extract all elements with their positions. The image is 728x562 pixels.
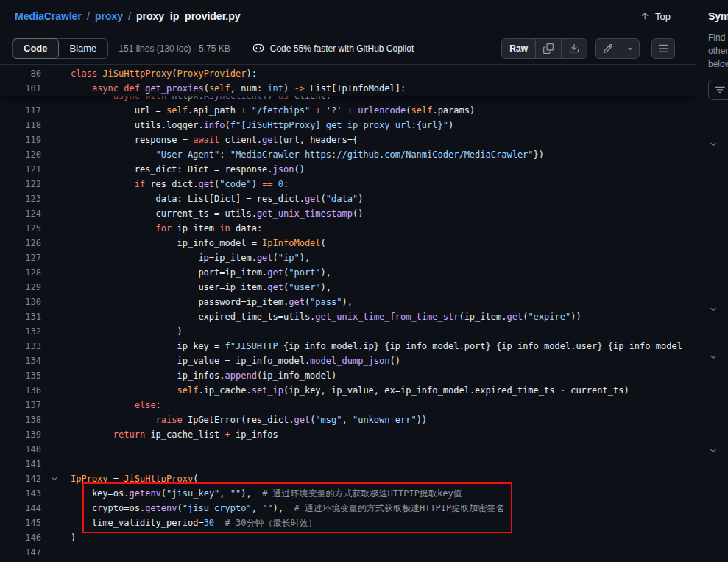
code-line-146: 146) bbox=[0, 530, 696, 545]
line-number[interactable]: 138 bbox=[0, 412, 41, 427]
line-number[interactable]: 101 bbox=[0, 81, 41, 96]
fold-gutter bbox=[41, 118, 71, 133]
fold-gutter bbox=[41, 265, 71, 280]
symbols-panel-caption: Find definitions and references for func… bbox=[708, 31, 728, 71]
symbol-tree-toggle[interactable] bbox=[709, 443, 728, 458]
code-line-137: 137 else: bbox=[0, 398, 696, 412]
line-number[interactable]: 124 bbox=[0, 206, 41, 221]
fold-gutter bbox=[41, 354, 71, 368]
filter-icon bbox=[715, 85, 725, 95]
fold-chevron-icon[interactable] bbox=[41, 471, 71, 486]
line-number[interactable]: 142 bbox=[0, 471, 41, 486]
line-number[interactable]: 146 bbox=[0, 530, 41, 545]
breadcrumb-folder-link[interactable]: proxy bbox=[95, 10, 123, 22]
line-number[interactable]: 120 bbox=[0, 147, 41, 162]
code-line-131: 131 expired_time_ts=utils.get_unix_time_… bbox=[0, 309, 696, 324]
download-button[interactable] bbox=[561, 39, 587, 58]
code-line-116: async with httpx.AsyncClient() as client… bbox=[0, 96, 696, 103]
line-number[interactable]: 141 bbox=[0, 457, 41, 471]
breadcrumb: MediaCrawler / proxy / proxy_ip_provider… bbox=[15, 10, 241, 22]
symbol-tree-toggle[interactable] bbox=[709, 137, 728, 152]
line-number[interactable]: 125 bbox=[0, 221, 41, 236]
line-number[interactable]: 145 bbox=[0, 516, 41, 530]
line-number[interactable]: 143 bbox=[0, 486, 41, 501]
code-line-139: 139 return ip_cache_list + ip_infos bbox=[0, 427, 696, 442]
line-number[interactable]: 135 bbox=[0, 368, 41, 383]
code-line-134: 134 ip_value = ip_info_model.model_dump_… bbox=[0, 354, 696, 368]
line-number[interactable]: 147 bbox=[0, 545, 41, 560]
code-text: user=ip_item.get("user"), bbox=[71, 280, 331, 295]
symbol-tree-toggle[interactable] bbox=[709, 350, 728, 365]
code-line-147: 147 bbox=[0, 545, 696, 560]
code-text: time_validity_period=30 # 30分钟（最长时效） bbox=[71, 516, 317, 530]
line-number[interactable]: 131 bbox=[0, 309, 41, 324]
code-line-143: 143 key=os.getenv("jisu_key", ""), # 通过环… bbox=[0, 486, 696, 501]
chevron-down-icon bbox=[709, 353, 718, 362]
code-line-133: 133 ip_key = f"JISUHTTP_{ip_info_model.i… bbox=[0, 339, 696, 354]
fold-gutter bbox=[41, 96, 71, 103]
line-number[interactable]: 137 bbox=[0, 398, 41, 412]
line-number[interactable]: 139 bbox=[0, 427, 41, 442]
sticky-scope-lines: 80class JiSuHttpProxy(ProxyProvider):101… bbox=[0, 65, 696, 96]
copilot-banner[interactable]: Code 55% faster with GitHub Copilot bbox=[252, 43, 414, 55]
code-text: async with httpx.AsyncClient() as client… bbox=[71, 96, 331, 103]
raw-button[interactable]: Raw bbox=[502, 39, 535, 58]
file-toolbar: Code Blame 151 lines (130 loc) · 5.75 KB… bbox=[0, 32, 696, 65]
symbol-tree-toggle[interactable] bbox=[709, 302, 728, 317]
line-number[interactable]: 134 bbox=[0, 354, 41, 368]
tab-blame[interactable]: Blame bbox=[59, 38, 108, 59]
code-line-122: 122 if res_dict.get("code") == 0: bbox=[0, 177, 696, 192]
edit-dropdown-button[interactable] bbox=[621, 39, 639, 58]
line-number[interactable]: 80 bbox=[0, 66, 41, 81]
copy-button[interactable] bbox=[535, 39, 561, 58]
filter-symbols-input[interactable] bbox=[708, 80, 728, 100]
fold-gutter bbox=[41, 250, 71, 265]
line-number[interactable]: 118 bbox=[0, 118, 41, 133]
code-line-117: 117 url = self.api_path + "/fetchips" + … bbox=[0, 103, 696, 118]
line-number[interactable]: 122 bbox=[0, 177, 41, 192]
line-number[interactable]: 126 bbox=[0, 236, 41, 250]
back-to-top-button[interactable]: Top bbox=[640, 11, 671, 22]
fold-gutter bbox=[41, 66, 71, 81]
line-number[interactable]: 123 bbox=[0, 192, 41, 206]
line-number[interactable]: 127 bbox=[0, 250, 41, 265]
fold-gutter bbox=[41, 206, 71, 221]
breadcrumb-file-name: proxy_ip_provider.py bbox=[136, 10, 241, 22]
fold-gutter bbox=[41, 147, 71, 162]
line-number[interactable]: 140 bbox=[0, 442, 41, 457]
line-number[interactable]: 121 bbox=[0, 162, 41, 177]
line-number[interactable]: 119 bbox=[0, 133, 41, 147]
code-text: class JiSuHttpProxy(ProxyProvider): bbox=[71, 66, 257, 81]
code-line-128: 128 port=ip_item.get("port"), bbox=[0, 265, 696, 280]
code-text: url = self.api_path + "/fetchips" + '?' … bbox=[71, 103, 475, 118]
code-text: ip_key = f"JISUHTTP_{ip_info_model.ip}_{… bbox=[71, 339, 682, 354]
line-number[interactable]: 117 bbox=[0, 103, 41, 118]
fold-gutter bbox=[41, 545, 71, 560]
code-text: for ip_item in data: bbox=[71, 221, 262, 236]
code-line-141: 141 bbox=[0, 457, 696, 471]
line-number[interactable]: 133 bbox=[0, 339, 41, 354]
line-number[interactable]: 132 bbox=[0, 324, 41, 339]
code-line-101: 101 async def get_proxies(self, num: int… bbox=[0, 81, 696, 96]
line-number[interactable]: 136 bbox=[0, 383, 41, 398]
fold-gutter bbox=[41, 442, 71, 457]
breadcrumb-separator: / bbox=[128, 10, 131, 22]
line-number[interactable] bbox=[0, 96, 41, 103]
edit-button[interactable] bbox=[596, 39, 621, 58]
code-line-138: 138 raise IpGetError(res_dict.get("msg",… bbox=[0, 412, 696, 427]
fold-gutter bbox=[41, 221, 71, 236]
code-text: if res_dict.get("code") == 0: bbox=[71, 177, 289, 192]
line-number[interactable]: 128 bbox=[0, 265, 41, 280]
tab-code[interactable]: Code bbox=[13, 38, 59, 59]
line-number[interactable]: 129 bbox=[0, 280, 41, 295]
fold-gutter bbox=[41, 457, 71, 471]
line-number[interactable]: 130 bbox=[0, 295, 41, 309]
code-line-124: 124 current_ts = utils.get_unix_timestam… bbox=[0, 206, 696, 221]
symbols-panel: Symbols Find definitions and references … bbox=[696, 0, 728, 562]
three-bars-icon bbox=[658, 43, 668, 54]
symbols-panel-button[interactable] bbox=[651, 38, 675, 59]
code-line-119: 119 response = await client.get(url, hea… bbox=[0, 133, 696, 147]
code-text: current_ts = utils.get_unix_timestamp() bbox=[71, 206, 363, 221]
line-number[interactable]: 144 bbox=[0, 501, 41, 516]
breadcrumb-repo-link[interactable]: MediaCrawler bbox=[15, 10, 82, 22]
